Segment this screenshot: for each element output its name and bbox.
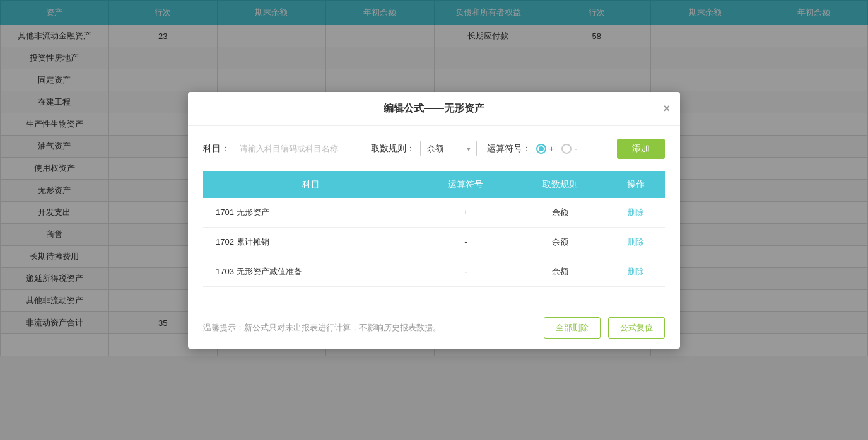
formula-subject-cell: 1702 累计摊销 xyxy=(203,227,419,257)
formula-table-row: 1703 无形资产减值准备-余额删除 xyxy=(203,257,665,286)
formula-action-cell: 删除 xyxy=(607,257,665,286)
formula-table-row: 1702 累计摊销-余额删除 xyxy=(203,227,665,257)
formula-operator-cell: - xyxy=(419,257,513,286)
rule-select[interactable]: 余额 借方 贷方 借方累计 贷方累计 xyxy=(420,141,477,156)
modal-overlay: 编辑公式——无形资产 × 科目： 取数规则： 余额 借方 xyxy=(0,0,868,440)
modal-footer: 温馨提示：新公式只对未出报表进行计算，不影响历史报表数据。 全部删除 公式复位 xyxy=(188,310,680,349)
formula-operator-cell: + xyxy=(419,198,513,228)
col-operator-header: 运算符号 xyxy=(419,171,513,198)
formula-table: 科目 运算符号 取数规则 操作 1701 无形资产+余额删除1702 累计摊销-… xyxy=(203,171,665,287)
formula-action-cell: 删除 xyxy=(607,227,665,257)
minus-label: - xyxy=(574,144,577,154)
close-button[interactable]: × xyxy=(663,103,670,114)
subject-input[interactable] xyxy=(235,141,361,156)
formula-rule-cell: 余额 xyxy=(513,198,607,228)
delete-all-button[interactable]: 全部删除 xyxy=(544,317,601,339)
operator-label: 运算符号： xyxy=(487,143,531,154)
formula-subject-cell: 1701 无形资产 xyxy=(203,198,419,228)
operator-plus-radio[interactable]: + xyxy=(536,144,554,154)
formula-subject-cell: 1703 无形资产减值准备 xyxy=(203,257,419,286)
modal-body: 科目： 取数规则： 余额 借方 贷方 借方累计 贷方累计 xyxy=(188,126,680,310)
plus-label: + xyxy=(549,144,554,154)
formula-operator-cell: - xyxy=(419,227,513,257)
operator-group: 运算符号： + - xyxy=(487,143,577,154)
formula-rule-cell: 余额 xyxy=(513,257,607,286)
delete-row-button[interactable]: 删除 xyxy=(628,267,644,276)
footer-buttons: 全部删除 公式复位 xyxy=(544,317,665,339)
col-subject-header: 科目 xyxy=(203,171,419,198)
modal-dialog: 编辑公式——无形资产 × 科目： 取数规则： 余额 借方 xyxy=(188,92,680,349)
formula-form-row: 科目： 取数规则： 余额 借方 贷方 借方累计 贷方累计 xyxy=(203,139,665,159)
formula-rule-cell: 余额 xyxy=(513,227,607,257)
formula-action-cell: 删除 xyxy=(607,198,665,228)
col-rule-header: 取数规则 xyxy=(513,171,607,198)
operator-minus-radio[interactable]: - xyxy=(561,144,577,154)
formula-table-header-row: 科目 运算符号 取数规则 操作 xyxy=(203,171,665,198)
reset-formula-button[interactable]: 公式复位 xyxy=(608,317,665,339)
rule-group: 取数规则： 余额 借方 贷方 借方累计 贷方累计 ▼ xyxy=(371,141,477,156)
formula-table-row: 1701 无形资产+余额删除 xyxy=(203,198,665,228)
rule-select-wrapper: 余额 借方 贷方 借方累计 贷方累计 ▼ xyxy=(420,141,477,156)
footer-hint: 温馨提示：新公式只对未出报表进行计算，不影响历史报表数据。 xyxy=(203,322,441,333)
modal-title: 编辑公式——无形资产 xyxy=(384,103,484,113)
plus-radio-circle xyxy=(536,144,546,154)
modal-header: 编辑公式——无形资产 × xyxy=(188,92,680,126)
delete-row-button[interactable]: 删除 xyxy=(628,207,644,217)
subject-group: 科目： xyxy=(203,141,361,156)
subject-label: 科目： xyxy=(203,143,230,154)
col-action-header: 操作 xyxy=(607,171,665,198)
rule-label: 取数规则： xyxy=(371,143,415,154)
add-button[interactable]: 添加 xyxy=(617,139,665,159)
background-wrapper: 资产 行次 期末余额 年初余额 负债和所有者权益 行次 期末余额 年初余额 其他… xyxy=(0,0,868,440)
minus-radio-circle xyxy=(561,144,572,154)
delete-row-button[interactable]: 删除 xyxy=(628,237,644,246)
operator-radio-group: + - xyxy=(536,144,577,154)
